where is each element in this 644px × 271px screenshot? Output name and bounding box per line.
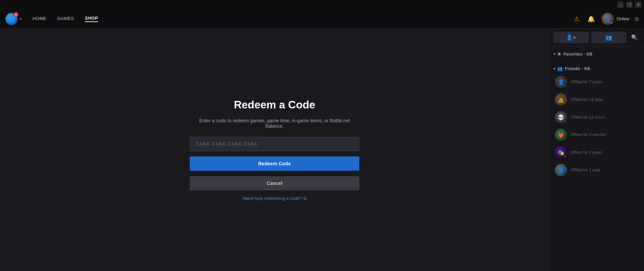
minimize-button[interactable]: — xyxy=(618,2,624,8)
avatar-icon: 👤 xyxy=(558,167,564,173)
page-title: Redeem a Code xyxy=(234,99,315,111)
logo-icon: 🌀 1 xyxy=(5,13,18,25)
user-area[interactable]: Online xyxy=(602,13,629,25)
user-status-label: Online xyxy=(617,16,629,21)
avatar-icon: 👤 xyxy=(558,79,564,85)
nav-home[interactable]: HOME xyxy=(33,16,46,22)
cancel-button[interactable]: Cancel xyxy=(190,176,359,190)
search-button[interactable]: 🔍 xyxy=(629,32,640,43)
search-icon: 🔍 xyxy=(631,35,638,40)
avatar-icon: 🧟 xyxy=(558,97,564,103)
friend-status: Offline for 14 hours xyxy=(570,115,639,120)
redeem-subtitle: Enter a code to redeem games, game time,… xyxy=(190,118,359,129)
friend-info: Offline for 3 months xyxy=(570,132,639,137)
close-button[interactable]: ✕ xyxy=(635,2,641,8)
redeem-container: Redeem a Code Enter a code to redeem gam… xyxy=(190,99,359,201)
content-area: Redeem a Code Enter a code to redeem gam… xyxy=(0,28,549,271)
restore-button[interactable]: ❐ xyxy=(626,2,632,8)
nav-shop[interactable]: SHOP xyxy=(85,16,98,22)
list-item[interactable]: 🧟 Offline for 19 days xyxy=(554,91,640,108)
friends-section-header[interactable]: ▾ 👥 Friends - 0/6 xyxy=(554,64,640,73)
add-group-icon: 👥 xyxy=(605,34,612,41)
offline-dot xyxy=(563,120,567,123)
nav-bar: 🌀 1 ▾ HOME GAMES SHOP ⚠ 🔔 Online ⧉ xyxy=(0,9,644,28)
friend-status: Offline for 7 years xyxy=(570,80,639,84)
avatar: 👤 xyxy=(555,164,567,176)
add-group-button[interactable]: 👥 xyxy=(591,32,627,43)
code-input[interactable] xyxy=(190,137,359,151)
friends-group-icon: 👥 xyxy=(557,66,563,71)
help-link-text: Need help redeeming a code? xyxy=(243,196,302,201)
friends-list: 👤 Offline for 7 years 🧟 Offline for 19 d… xyxy=(554,73,640,179)
favorites-section: ▾ ★ Favorites - 0/0 xyxy=(549,47,644,61)
offline-dot xyxy=(563,84,567,88)
friend-info: Offline for 2 years xyxy=(570,150,639,155)
friend-info: Offline for 7 years xyxy=(570,80,639,84)
main-area: Redeem a Code Enter a code to redeem gam… xyxy=(0,28,644,271)
add-friend-icon: 👤+ xyxy=(566,34,576,41)
avatar: 🎭 xyxy=(555,146,567,159)
title-bar: — ❐ ✕ xyxy=(0,0,644,9)
list-item[interactable]: 👹 Offline for 3 months xyxy=(554,126,640,144)
avatar: 👹 xyxy=(555,129,567,141)
favorites-label: Favorites - 0/0 xyxy=(564,52,592,57)
offline-dot xyxy=(563,155,567,158)
external-link-button[interactable]: ⧉ xyxy=(635,16,639,22)
avatar xyxy=(602,13,614,25)
avatar: 👤 xyxy=(555,76,567,88)
avatar-icon: 💀 xyxy=(558,114,564,121)
help-link[interactable]: Need help redeeming a code? ⧉ xyxy=(243,196,306,201)
friend-status: Offline for 3 months xyxy=(570,132,639,137)
help-link-external-icon: ⧉ xyxy=(303,196,306,201)
nav-right: ⚠ 🔔 Online ⧉ xyxy=(572,13,639,25)
list-item[interactable]: 👤 Offline for 1 year xyxy=(554,161,640,179)
offline-dot xyxy=(563,102,567,105)
add-friend-button[interactable]: 👤+ xyxy=(554,32,589,43)
sidebar: 👤+ 👥 🔍 ▾ ★ Favorites - 0/0 ▾ 👥 Friends -… xyxy=(549,28,644,271)
warning-button[interactable]: ⚠ xyxy=(572,14,581,24)
logo-chevron-icon: ▾ xyxy=(20,17,22,21)
friend-info: Offline for 1 year xyxy=(570,168,639,172)
friends-label: Friends - 0/6 xyxy=(565,66,590,71)
avatar-icon: 🎭 xyxy=(558,149,564,156)
redeem-code-button[interactable]: Redeem Code xyxy=(190,157,359,171)
avatar-icon: 👹 xyxy=(558,132,564,138)
friend-info: Offline for 14 hours xyxy=(570,115,639,120)
list-item[interactable]: 💀 Offline for 14 hours xyxy=(554,108,640,126)
avatar: 💀 xyxy=(555,111,567,123)
list-item[interactable]: 👤 Offline for 7 years xyxy=(554,73,640,91)
friend-status: Offline for 19 days xyxy=(570,97,639,102)
friends-section: ▾ 👥 Friends - 0/6 👤 Offline for 7 years xyxy=(549,61,644,182)
offline-dot xyxy=(563,172,567,176)
list-item[interactable]: 🎭 Offline for 2 years xyxy=(554,144,640,161)
friends-chevron-icon: ▾ xyxy=(554,67,555,70)
friend-status: Offline for 1 year xyxy=(570,168,639,172)
notification-button[interactable]: 🔔 xyxy=(586,14,596,24)
favorites-star-icon: ★ xyxy=(557,51,561,57)
offline-dot xyxy=(563,137,567,141)
favorites-section-header[interactable]: ▾ ★ Favorites - 0/0 xyxy=(554,49,640,59)
nav-games[interactable]: GAMES xyxy=(57,16,74,22)
avatar: 🧟 xyxy=(555,93,567,106)
friend-status: Offline for 2 years xyxy=(570,150,639,155)
favorites-chevron-icon: ▾ xyxy=(554,52,555,56)
friend-info: Offline for 19 days xyxy=(570,97,639,102)
logo-badge: 1 xyxy=(14,12,18,17)
online-status-dot xyxy=(610,21,613,25)
nav-links: HOME GAMES SHOP xyxy=(33,16,98,22)
sidebar-header: 👤+ 👥 🔍 xyxy=(549,28,644,47)
logo-area[interactable]: 🌀 1 ▾ xyxy=(5,13,22,25)
